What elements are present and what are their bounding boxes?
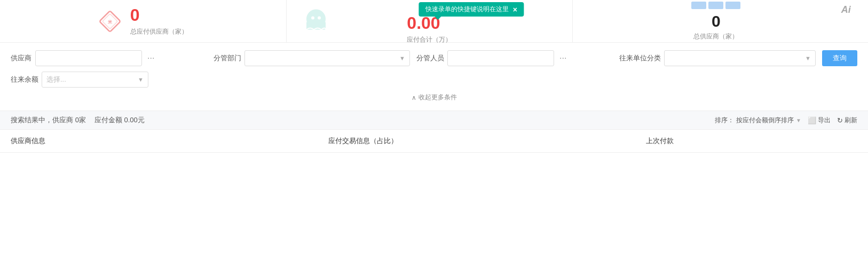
person-field: 分管人员 ··· — [416, 50, 613, 66]
svg-text:米: 米 — [107, 20, 113, 25]
tooltip-text: 快速录单的快捷键说明在这里 — [425, 5, 509, 14]
department-caret: ▼ — [399, 55, 405, 61]
person-label: 分管人员 — [416, 53, 444, 63]
blue-boxes-decoration — [691, 2, 740, 9]
export-label: 导出 — [818, 116, 831, 125]
sort-dropdown[interactable]: 排序： 按应付会额倒序排序 ▼ — [715, 116, 801, 125]
stat-item-payable-suppliers: 米 0 总应付供应商（家） — [0, 0, 287, 42]
tooltip-close-btn[interactable]: × — [513, 5, 517, 14]
person-input[interactable] — [447, 50, 554, 66]
result-supplier-prefix: 搜索结果中，供应商 — [11, 116, 73, 124]
query-btn[interactable]: 查询 — [822, 50, 857, 66]
col-transaction-header: 应付交易信息（占比） — [328, 136, 646, 146]
unit-category-label: 往来单位分类 — [619, 53, 661, 63]
export-btn[interactable]: ⬜ 导出 — [808, 116, 831, 125]
tooltip-bubble: 快速录单的快捷键说明在这里 × — [419, 2, 524, 17]
unit-category-field: 往来单位分类 ▼ — [619, 50, 816, 66]
balance-field: 往来余额 选择... ▼ — [11, 72, 192, 88]
department-dropdown[interactable]: ▼ — [244, 50, 410, 66]
supplier-field: 供应商 ··· — [11, 50, 207, 66]
result-bar: 搜索结果中，供应商 0家 应付金额 0.00元 排序： 按应付会额倒序排序 ▼ … — [0, 111, 868, 130]
refresh-label: 刷新 — [845, 116, 857, 125]
stat-content-payable-total: 0.00 应付合计（万） — [407, 14, 452, 44]
search-bar: 供应商 ··· 分管部门 ▼ 分管人员 ··· 往来单位分类 ▼ — [0, 43, 868, 111]
export-icon: ⬜ — [808, 116, 816, 124]
balance-label: 往来余额 — [11, 75, 38, 84]
svg-point-6 — [318, 16, 321, 19]
refresh-icon: ↻ — [837, 116, 843, 124]
result-amount-text: 应付金额 0.00元 — [94, 115, 145, 125]
col-supplier-header: 供应商信息 — [11, 136, 328, 146]
table-body — [0, 153, 868, 275]
payable-suppliers-number: 0 — [130, 6, 188, 25]
svg-point-5 — [311, 16, 314, 19]
result-supplier-count: 0家 — [75, 116, 86, 124]
ai-label: Ai — [841, 4, 851, 15]
stat-item-payable-total: 快速录单的快捷键说明在这里 × 0.00 应付合计（万） — [287, 0, 573, 42]
unit-category-caret: ▼ — [805, 55, 811, 61]
col-last-payment-header: 上次付款 — [646, 136, 858, 146]
payable-total-number: 0.00 — [407, 14, 452, 33]
result-bar-left: 搜索结果中，供应商 0家 应付金额 0.00元 — [11, 115, 145, 125]
supplier-label: 供应商 — [11, 53, 32, 63]
stats-bar: 米 0 总应付供应商（家） 快速录单的快捷键说明在这里 × — [0, 0, 868, 43]
supplier-input[interactable] — [35, 50, 142, 66]
balance-dropdown[interactable]: 选择... ▼ — [42, 72, 148, 88]
diamond-icon: 米 — [98, 10, 122, 33]
result-amount-value: 0.00元 — [124, 116, 144, 124]
sort-value: 按应付会额倒序排序 — [736, 116, 794, 125]
total-suppliers-label: 总供应商（家） — [693, 32, 738, 41]
unit-category-dropdown[interactable]: ▼ — [664, 50, 816, 66]
blue-box-3 — [725, 2, 740, 9]
total-suppliers-number: 0 — [712, 12, 721, 30]
result-amount-prefix: 应付金额 — [94, 116, 122, 124]
result-supplier-text: 搜索结果中，供应商 0家 — [11, 115, 86, 125]
collapse-icon: ∧ — [412, 94, 416, 101]
search-row-1: 供应商 ··· 分管部门 ▼ 分管人员 ··· 往来单位分类 ▼ — [11, 50, 857, 66]
department-label: 分管部门 — [214, 53, 241, 63]
result-bar-right: 排序： 按应付会额倒序排序 ▼ ⬜ 导出 ↻ 刷新 — [715, 116, 857, 125]
stat-content-payable-suppliers: 0 总应付供应商（家） — [130, 6, 188, 36]
payable-suppliers-label: 总应付供应商（家） — [130, 27, 188, 36]
refresh-btn[interactable]: ↻ 刷新 — [837, 116, 857, 125]
payable-total-label: 应付合计（万） — [407, 35, 452, 44]
department-field: 分管部门 ▼ — [214, 50, 410, 66]
sort-caret: ▼ — [796, 117, 801, 123]
sort-prefix: 排序： — [715, 116, 734, 125]
supplier-dots-btn[interactable]: ··· — [145, 53, 156, 63]
stat-item-total-suppliers: Ai 0 总供应商（家） — [573, 0, 859, 42]
blue-box-2 — [708, 2, 723, 9]
person-dots-btn[interactable]: ··· — [557, 53, 569, 63]
balance-caret: ▼ — [138, 76, 144, 83]
table-header: 供应商信息 应付交易信息（占比） 上次付款 — [0, 130, 868, 153]
collapse-bar[interactable]: ∧ 收起更多条件 — [11, 90, 857, 106]
balance-value: 选择... — [46, 75, 66, 84]
collapse-label: 收起更多条件 — [419, 93, 457, 102]
ghost-icon — [303, 7, 329, 35]
blue-box-1 — [691, 2, 706, 9]
search-row-2: 往来余额 选择... ▼ — [11, 72, 857, 88]
